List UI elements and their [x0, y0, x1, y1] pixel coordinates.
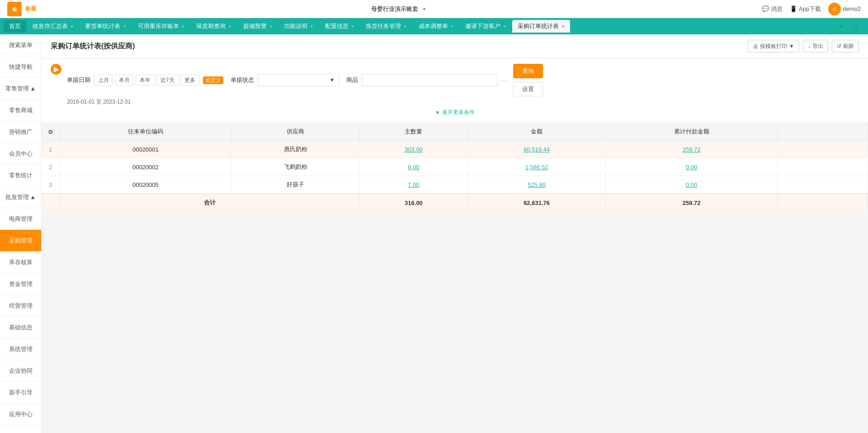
date-btn-more[interactable]: 更多 [180, 75, 199, 86]
tab-shoufacun-label: 收发存汇总表 [33, 22, 68, 30]
filter-section: ▶ 单据日期 上月 本月 本年 近7天 更多 [42, 58, 868, 123]
logo-icon: 畅 [7, 2, 22, 16]
row-2-amount: 1,586.52 [467, 158, 605, 176]
tab-home[interactable]: 首页 [4, 20, 26, 33]
workspace-selector[interactable]: 母婴行业演示账套 ▼ [371, 5, 427, 13]
refresh-button[interactable]: ↺ 刷新 [832, 40, 859, 52]
tab-chengben-close-icon[interactable]: × [451, 24, 453, 29]
row-1-supplier: 惠氏奶粉 [231, 141, 360, 158]
top-bar: 畅 标题 母婴行业演示账套 ▼ 💬 消息 📱 App下载 d demo2 [0, 0, 868, 18]
gear-icon[interactable]: ⚙ [48, 128, 53, 135]
tab-jianhuo[interactable]: 拣货任务管理 × [360, 20, 412, 33]
template-print-button[interactable]: 🖨 按模板打印 ▼ [748, 40, 799, 52]
summary-row: 合计 316.00 62,631.76 259.72 [42, 194, 868, 212]
date-btn-last-month[interactable]: 上月 [94, 75, 113, 86]
tab-caigou-active[interactable]: 采购订单统计表 × [512, 20, 570, 33]
template-print-icon: 🖨 [753, 43, 758, 49]
sidebar-item-finance[interactable]: 资金管理 [0, 273, 41, 295]
sidebar-item-inventory[interactable]: 库存核算 [0, 252, 41, 273]
sidebar-wholesale-arrow-icon: ▲ [30, 194, 36, 200]
tab-yaoqing-close-icon[interactable]: × [503, 24, 506, 29]
sidebar-item-appcenter[interactable]: 应用中心 [0, 404, 41, 425]
sidebar-item-retail-mgmt[interactable]: 零售管理 ▲ [0, 78, 41, 100]
tab-peizhi-close-icon[interactable]: × [351, 24, 354, 29]
workspace-chevron-icon: ▼ [422, 6, 427, 12]
date-filter-label: 单据日期 [67, 76, 90, 84]
window-close-button[interactable]: × [835, 21, 846, 32]
table-row: 3 00020005 好孩子 7.00 525.80 0.00 [42, 176, 868, 194]
user-profile[interactable]: d demo2 [828, 3, 861, 15]
sidebar-wholesale-label: 批发管理 [5, 193, 29, 201]
export-button[interactable]: ↓ 导出 [803, 40, 828, 52]
settings-button[interactable]: 设置 [513, 82, 543, 96]
sidebar-item-search[interactable]: 搜索菜单 [0, 34, 41, 56]
sidebar-item-wholesale[interactable]: 批发管理 ▲ [0, 186, 41, 208]
tab-yaohuo-close-icon[interactable]: × [123, 24, 126, 29]
date-btn-this-month[interactable]: 本月 [115, 75, 134, 86]
goods-filter-item: 商品 ··· [346, 74, 506, 86]
tab-keyongliang-label: 可用量库存账本 [138, 22, 179, 30]
sidebar-item-ecommerce[interactable]: 电商管理 [0, 208, 41, 230]
sidebar-item-system[interactable]: 系统管理 [0, 338, 41, 360]
date-btn-this-year[interactable]: 本年 [136, 75, 155, 86]
tab-chengben[interactable]: 成本调整单 × [413, 20, 459, 33]
tab-keyongliang[interactable]: 可用量库存账本 × [132, 20, 190, 33]
date-btn-7days[interactable]: 近7天 [156, 75, 179, 86]
expand-more-icon: ▼ [435, 109, 440, 116]
tab-caigou-close-icon[interactable]: × [561, 24, 564, 29]
sidebar-item-operations[interactable]: 经营管理 [0, 295, 41, 317]
tab-peizhi[interactable]: 配置信息 × [320, 20, 359, 33]
logo-area: 畅 标题 [7, 2, 36, 16]
tab-shoufacun-close-icon[interactable]: × [71, 24, 73, 29]
goods-filter-input[interactable] [362, 74, 497, 86]
row-3-code: 00020005 [60, 176, 231, 194]
tab-keyongliang-close-icon[interactable]: × [182, 24, 184, 29]
table-col-code: 往来单位编码 [60, 123, 231, 141]
sidebar-item-member[interactable]: 会员中心 [0, 143, 41, 165]
table-col-extra [778, 123, 868, 141]
app-icon: 📱 [790, 5, 797, 12]
tab-jianhuo-close-icon[interactable]: × [404, 24, 406, 29]
tab-chaochu[interactable]: 超储预警 × [238, 20, 278, 33]
tab-yaoqing[interactable]: 邀请下游客户 × [460, 20, 511, 33]
row-1-num: 1 [42, 141, 60, 158]
summary-paid: 259.72 [606, 194, 778, 212]
sidebar-item-wechat[interactable]: 企业微信 [0, 425, 41, 433]
page-title: 采购订单统计表(按供应商) [51, 42, 135, 51]
filter-row-1: 单据日期 上月 本月 本年 近7天 更多 自定义 [67, 64, 859, 96]
tab-baozhiqi-close-icon[interactable]: × [228, 24, 231, 29]
row-2-num: 2 [42, 158, 60, 176]
filter-expand-button[interactable]: ▶ [51, 64, 61, 75]
sidebar-item-basic-info[interactable]: 基础信息 [0, 317, 41, 338]
tab-yaohuo[interactable]: 要货单统计表 × [80, 20, 131, 33]
table-row: 2 00020002 飞鹤奶粉 6.00 1,586.52 0.00 [42, 158, 868, 176]
summary-empty-1 [42, 194, 60, 212]
window-maximize-button[interactable]: □ [850, 21, 861, 32]
tab-chaochu-close-icon[interactable]: × [269, 24, 272, 29]
tab-baozhiqi[interactable]: 保质期查询 × [191, 20, 236, 33]
query-button[interactable]: 查询 [513, 64, 543, 78]
app-download-button[interactable]: 📱 App下载 [790, 5, 821, 13]
status-select[interactable]: ▼ [258, 74, 339, 86]
sidebar-item-retail-shop[interactable]: 零售商城 [0, 100, 41, 121]
sidebar-item-retail-stats[interactable]: 零售统计 [0, 165, 41, 186]
expand-more-button[interactable]: ▼ 展开更多条件 [51, 106, 859, 119]
table-header: ⚙ 往来单位编码 供应商 主数量 金额 累计付款金额 [42, 123, 868, 141]
tab-caigou-label: 采购订单统计表 [518, 22, 559, 30]
table-col-amount: 金额 [467, 123, 605, 141]
tab-gongneng[interactable]: 功能说明 × [278, 20, 318, 33]
message-button[interactable]: 💬 消息 [762, 5, 783, 13]
tab-shoufacun[interactable]: 收发存汇总表 × [27, 20, 79, 33]
row-3-paid: 0.00 [606, 176, 778, 194]
filter-controls: 单据日期 上月 本月 本年 近7天 更多 自定义 [67, 64, 859, 106]
sidebar-item-marketing[interactable]: 营销推广 [0, 121, 41, 143]
user-avatar: d [828, 3, 841, 15]
row-1-amount: 60,519.44 [467, 141, 605, 158]
sidebar-item-quicknav[interactable]: 快捷导航 [0, 56, 41, 78]
goods-filter-more-icon[interactable]: ··· [501, 77, 506, 84]
tab-gongneng-close-icon[interactable]: × [310, 24, 313, 29]
status-filter-label: 单据状态 [231, 76, 254, 84]
sidebar-item-purchase[interactable]: 采购管理 [0, 230, 41, 252]
sidebar-item-newguide[interactable]: 新手引导 [0, 382, 41, 404]
sidebar-item-enterprise[interactable]: 企业协同 [0, 360, 41, 382]
